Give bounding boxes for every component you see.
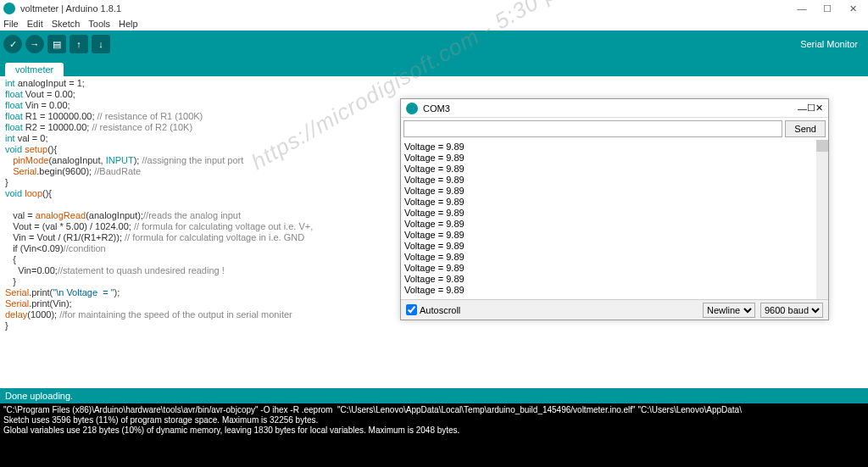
baud-select[interactable]: 9600 baud [760,303,823,318]
serial-minimize-button[interactable]: — [798,103,807,114]
serial-monitor-window: COM3 — ☐ ✕ Send Voltage = 9.89 Voltage =… [400,98,829,320]
maximize-button[interactable]: ☐ [815,1,839,16]
tab-voltmeter[interactable]: voltmeter [5,63,64,76]
status-text: Done uploading. [5,391,73,401]
console-output: "C:\Program Files (x86)\Arduino\hardware… [0,403,868,467]
titlebar: voltmeter | Arduino 1.8.1 — ☐ ✕ [0,0,868,17]
serial-close-button[interactable]: ✕ [815,103,823,114]
serial-maximize-button[interactable]: ☐ [807,103,815,114]
serial-title: COM3 [423,103,450,114]
close-button[interactable]: ✕ [841,1,865,16]
autoscroll-checkbox[interactable]: Autoscroll [406,304,460,315]
open-button[interactable]: ↑ [70,35,88,53]
serial-scrollbar[interactable] [816,140,828,299]
serial-titlebar[interactable]: COM3 — ☐ ✕ [401,99,828,118]
serial-input[interactable] [403,120,782,137]
menu-help[interactable]: Help [119,19,138,29]
line-ending-select[interactable]: Newline [703,303,755,318]
autoscroll-input[interactable] [406,304,417,315]
window-title: voltmeter | Arduino 1.8.1 [20,3,121,14]
serial-output: Voltage = 9.89 Voltage = 9.89 Voltage = … [401,140,828,299]
menu-sketch[interactable]: Sketch [52,19,81,29]
status-bar: Done uploading. [0,388,868,403]
menubar: File Edit Sketch Tools Help [0,17,868,31]
serial-footer: Autoscroll Newline 9600 baud [401,299,828,320]
upload-button[interactable]: → [25,35,44,53]
menu-edit[interactable]: Edit [27,19,43,29]
verify-button[interactable]: ✓ [3,35,22,53]
serial-input-row: Send [401,118,828,140]
menu-file[interactable]: File [3,19,19,29]
tabstrip: voltmeter [0,58,868,76]
arduino-icon [3,3,15,14]
minimize-button[interactable]: — [790,1,814,16]
serial-send-button[interactable]: Send [785,120,826,137]
new-button[interactable]: ▤ [47,35,66,53]
save-button[interactable]: ↓ [92,35,110,53]
toolbar: ✓ → ▤ ↑ ↓ Serial Monitor [0,31,868,58]
arduino-icon [406,103,418,114]
serial-monitor-link[interactable]: Serial Monitor [793,39,865,49]
menu-tools[interactable]: Tools [88,19,110,29]
